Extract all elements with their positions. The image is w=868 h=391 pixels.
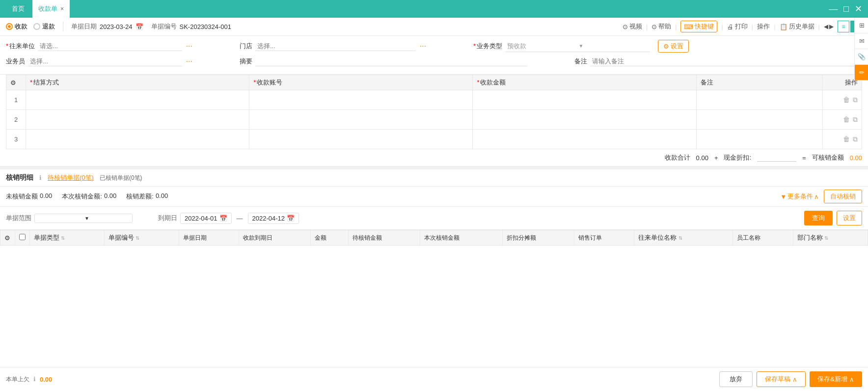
counterpart-input[interactable] (38, 41, 182, 51)
clip-icon: 📎 (858, 53, 866, 60)
row-2-account[interactable] (249, 110, 473, 130)
row-3-amount[interactable] (473, 130, 696, 149)
row-1-delete-icon[interactable]: 🗑 (843, 96, 850, 104)
row-2-amount[interactable] (473, 110, 696, 130)
filter-icon: ▼ (780, 193, 787, 200)
col-staff-th: 员工名称 (733, 230, 793, 246)
table-footer: 收款合计 0.00 + 现金折扣: = 可核销金额 0.00 (0, 149, 868, 167)
col-dept-th[interactable]: 部门名称 ⇅ (793, 230, 868, 246)
sidebar-mail-icon[interactable]: ✉ (855, 33, 868, 49)
table-row: 2 🗑 ⧉ (6, 110, 862, 130)
shop-field: 门店 ··· (240, 41, 426, 51)
this-nuclear-label: 本次核销金额: (62, 192, 102, 201)
sidebar-clip-icon[interactable]: 📎 (855, 49, 868, 65)
more-conditions-btn[interactable]: ▼ 更多条件 ∧ (780, 192, 819, 201)
row-2-delete-icon[interactable]: 🗑 (843, 115, 850, 124)
setting-btn[interactable]: ⚙ 设置 (658, 40, 689, 53)
row-3-remark[interactable] (696, 130, 822, 149)
done-tab[interactable]: 已核销单据(0笔) (100, 174, 142, 182)
col-discount-th: 折扣分摊额 (503, 230, 574, 246)
row-1-remark[interactable] (696, 90, 822, 110)
row-1-copy-icon[interactable]: ⧉ (853, 96, 858, 104)
row-1-account[interactable] (249, 90, 473, 110)
close-window-icon[interactable]: ✕ (853, 3, 864, 14)
maximize-icon[interactable]: □ (841, 4, 851, 14)
shortcuts-btn[interactable]: ⌨ 快捷键 (680, 21, 717, 32)
settings-col-icon[interactable]: ⚙ (4, 234, 11, 242)
list-view-btn[interactable]: ≡ (838, 21, 849, 32)
close-tab-icon[interactable]: × (60, 0, 64, 18)
discount-input[interactable] (757, 154, 796, 162)
business-type-select[interactable]: 预收款 ▼ (505, 41, 650, 52)
query-btn[interactable]: 查询 (804, 211, 833, 225)
more-conditions-arrow: ∧ (814, 193, 819, 200)
table-settings-th[interactable]: ⚙ (6, 75, 26, 90)
sort-doc-type-icon: ⇅ (61, 235, 65, 241)
shop-input[interactable] (255, 41, 416, 51)
remark-input[interactable] (590, 56, 862, 66)
col-doc-type-th[interactable]: 单据类型 ⇅ (30, 230, 105, 246)
home-tab[interactable]: 首页 (4, 0, 32, 18)
sidebar-edit-icon[interactable]: ✏ (855, 65, 868, 81)
col-counterpart-th[interactable]: 往来单位名称 ⇅ (634, 230, 733, 246)
next-icon[interactable]: ▶ (829, 23, 834, 30)
calendar-to-icon: 📅 (287, 215, 295, 222)
radio-receive[interactable]: 收款 (6, 22, 27, 31)
salesperson-input[interactable] (28, 56, 182, 66)
history-btn[interactable]: 📋 历史单据 (780, 22, 814, 31)
abandon-btn[interactable]: 放弃 (719, 371, 753, 387)
row-3-settlement[interactable] (26, 130, 249, 149)
date-label: 单据日期 (71, 22, 97, 31)
row-num-2: 2 (6, 110, 26, 130)
row-2-remark[interactable] (696, 110, 822, 130)
top-nav-right: — □ ✕ (827, 3, 864, 14)
due-date-from[interactable]: 2022-04-01 📅 (180, 213, 232, 224)
radio-return[interactable]: 退款 (33, 22, 55, 31)
print-btn[interactable]: 🖨 打印 (727, 22, 748, 31)
remark-field: 备注 (574, 56, 862, 66)
active-tab: 收款单 × (32, 0, 70, 18)
row-3-delete-icon[interactable]: 🗑 (843, 135, 850, 143)
row-2-settlement[interactable] (26, 110, 249, 130)
uncanceled-label: 未核销金额 (6, 192, 38, 201)
pending-tab[interactable]: 待核销单据(0笔) (48, 173, 94, 182)
toolbar-right: ⊙ 视频 | ⊙ 帮助 | ⌨ 快捷键 | 🖨 打印 | (623, 21, 862, 32)
prev-icon[interactable]: ◀ (824, 23, 828, 30)
range-field: 单据范围 ▼ (6, 214, 133, 223)
summary-input[interactable] (255, 56, 527, 66)
nuclear-settings-btn[interactable]: 设置 (837, 211, 862, 225)
row-3-copy-icon[interactable]: ⧉ (853, 135, 858, 143)
due-date-from-value: 2022-04-01 (185, 215, 217, 222)
top-nav: 首页 收款单 × — □ ✕ (0, 0, 868, 18)
save-draft-arrow: ∧ (792, 376, 797, 383)
operations-btn[interactable]: 操作 (757, 22, 770, 31)
radio-return-label: 退款 (42, 22, 55, 31)
row-1-amount[interactable] (473, 90, 696, 110)
counterpart-more-btn[interactable]: ··· (186, 42, 192, 51)
minimize-icon[interactable]: — (827, 4, 840, 14)
select-all-checkbox[interactable] (19, 234, 26, 240)
help-btn[interactable]: ⊙ 帮助 (651, 22, 671, 31)
save-new-arrow: ∧ (849, 376, 854, 383)
date-calendar-icon[interactable]: 📅 (136, 23, 143, 30)
row-3-account[interactable] (249, 130, 473, 149)
sidebar-table-icon[interactable]: ⊞ (855, 18, 868, 33)
salesperson-more-btn[interactable]: ··· (186, 57, 192, 66)
info-icon: ℹ (39, 174, 42, 181)
pending-tab-label: 待核销单据(0笔) (48, 173, 94, 182)
col-doc-num-th[interactable]: 单据编号 ⇅ (104, 230, 179, 246)
row-2-copy-icon[interactable]: ⧉ (853, 115, 858, 124)
range-select[interactable]: ▼ (34, 214, 133, 223)
due-date-to[interactable]: 2022-04-12 📅 (248, 213, 299, 224)
row-1-settlement[interactable] (26, 90, 249, 110)
video-btn[interactable]: ⊙ 视频 (623, 22, 642, 31)
save-draft-btn[interactable]: 保存草稿 ∧ (757, 371, 806, 387)
save-new-btn[interactable]: 保存&新增 ∧ (810, 371, 862, 387)
discount-label: 现金折扣: (724, 153, 751, 162)
this-order-value: 0.00 (40, 376, 52, 383)
auto-cancel-btn[interactable]: 自动核销 (824, 190, 862, 203)
col-pending-th: 待核销金额 (349, 230, 420, 246)
shop-more-btn[interactable]: ··· (420, 42, 426, 51)
nuclear-label: 可核销金额 (812, 153, 844, 162)
print-label: 打印 (735, 22, 748, 31)
